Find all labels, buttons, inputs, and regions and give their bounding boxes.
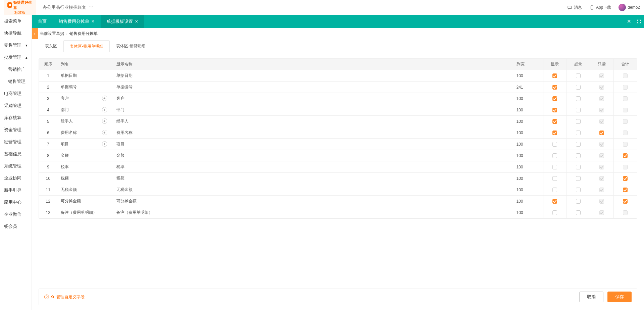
- checkbox-readonly: [599, 119, 604, 124]
- subtab-0[interactable]: 表头区: [39, 40, 63, 52]
- checkbox-show[interactable]: [552, 131, 557, 135]
- subtab-1[interactable]: 表体区-费用单明细: [63, 40, 110, 52]
- cell-width[interactable]: 100: [513, 173, 543, 184]
- cell-display-name[interactable]: 经手人: [113, 116, 513, 127]
- checkbox-show[interactable]: [552, 165, 557, 169]
- checkbox-sum[interactable]: [623, 199, 628, 204]
- cell-width[interactable]: 100: [513, 161, 543, 173]
- sidebar-item-7[interactable]: 采购管理: [0, 100, 32, 112]
- checkbox-required[interactable]: [576, 131, 581, 135]
- sidebar-item-2[interactable]: 零售管理▾: [0, 39, 32, 51]
- add-column-button[interactable]: +: [102, 107, 107, 112]
- app-download-button[interactable]: App下载: [589, 5, 611, 10]
- add-column-button[interactable]: +: [102, 141, 107, 147]
- cell-display-name[interactable]: 费用名称: [113, 127, 513, 139]
- checkbox-show[interactable]: [552, 210, 557, 215]
- cell-display-name[interactable]: 客户: [113, 93, 513, 104]
- sidebar-item-16[interactable]: 企业微信: [0, 208, 32, 220]
- save-button[interactable]: 保存: [607, 292, 632, 302]
- cell-width[interactable]: 100: [513, 139, 543, 150]
- add-column-button[interactable]: +: [102, 96, 107, 101]
- sidebar-item-0[interactable]: 搜索菜单: [0, 15, 32, 27]
- collapse-toggle[interactable]: ›: [32, 28, 38, 39]
- user-menu[interactable]: demo2: [619, 4, 640, 11]
- fullscreen-button[interactable]: [634, 15, 644, 28]
- close-icon[interactable]: ✕: [135, 19, 138, 24]
- checkbox-required[interactable]: [576, 142, 581, 147]
- cell-display-name[interactable]: 部门: [113, 104, 513, 116]
- sidebar-item-4[interactable]: 营销推广: [0, 63, 32, 75]
- tab-2[interactable]: 单据模板设置✕: [101, 15, 144, 28]
- close-all-tabs-button[interactable]: ✕: [624, 15, 634, 28]
- sidebar-item-5[interactable]: 销售管理: [0, 75, 32, 88]
- checkbox-sum[interactable]: [623, 188, 628, 192]
- cell-width[interactable]: 100: [513, 93, 543, 104]
- checkbox-show[interactable]: [552, 199, 557, 204]
- checkbox-show[interactable]: [552, 85, 557, 90]
- checkbox-sum[interactable]: [623, 153, 628, 158]
- checkbox-show[interactable]: [552, 73, 557, 78]
- custom-fields-link[interactable]: 管理自定义字段: [56, 294, 85, 300]
- checkbox-required[interactable]: [576, 188, 581, 192]
- close-icon[interactable]: ✕: [91, 19, 95, 24]
- cell-display-name[interactable]: 可分摊金额: [113, 196, 513, 207]
- cell-display-name[interactable]: 无税金额: [113, 184, 513, 196]
- checkbox-readonly[interactable]: [599, 131, 604, 135]
- cell-width[interactable]: 100: [513, 207, 543, 218]
- cell-width[interactable]: 100: [513, 104, 543, 116]
- checkbox-required[interactable]: [576, 176, 581, 181]
- sidebar-item-3[interactable]: 批发管理▴: [0, 51, 32, 63]
- checkbox-required[interactable]: [576, 165, 581, 169]
- company-selector[interactable]: 办公用品行业模拟账套 ﹀: [43, 4, 94, 10]
- cell-width[interactable]: 241: [513, 82, 543, 93]
- sidebar-item-14[interactable]: 新手引导: [0, 184, 32, 196]
- cell-display-name[interactable]: 单据编号: [113, 82, 513, 93]
- checkbox-required[interactable]: [576, 73, 581, 78]
- checkbox-required[interactable]: [576, 85, 581, 90]
- cell-display-name[interactable]: 金额: [113, 150, 513, 161]
- sidebar-item-12[interactable]: 系统管理: [0, 160, 32, 172]
- add-column-button[interactable]: +: [102, 130, 107, 135]
- checkbox-show[interactable]: [552, 119, 557, 124]
- subtab-2[interactable]: 表体区-销货明细: [110, 40, 152, 52]
- sidebar-item-17[interactable]: 畅会员: [0, 220, 32, 232]
- checkbox-required[interactable]: [576, 199, 581, 204]
- sidebar-item-1[interactable]: 快捷导航: [0, 27, 32, 39]
- checkbox-sum[interactable]: [623, 176, 628, 181]
- sidebar-item-6[interactable]: 电商管理: [0, 88, 32, 100]
- messages-button[interactable]: 消息: [567, 5, 582, 10]
- cell-display-name[interactable]: 项目: [113, 139, 513, 150]
- cell-display-name[interactable]: 备注（费用单明细）: [113, 207, 513, 218]
- cell-width[interactable]: 100: [513, 196, 543, 207]
- cell-display-name[interactable]: 单据日期: [113, 70, 513, 82]
- checkbox-show[interactable]: [552, 108, 557, 112]
- checkbox-required[interactable]: [576, 153, 581, 158]
- checkbox-required[interactable]: [576, 119, 581, 124]
- cell-width[interactable]: 100: [513, 116, 543, 127]
- sidebar-item-10[interactable]: 经营管理: [0, 136, 32, 148]
- cell-width[interactable]: 100: [513, 184, 543, 196]
- tab-0[interactable]: 首页: [32, 15, 53, 28]
- checkbox-required[interactable]: [576, 108, 581, 112]
- cancel-button[interactable]: 取消: [579, 292, 603, 302]
- sidebar-item-15[interactable]: 应用中心: [0, 196, 32, 208]
- cell-width[interactable]: 100: [513, 70, 543, 82]
- checkbox-required[interactable]: [576, 210, 581, 215]
- cell-width[interactable]: 100: [513, 150, 543, 161]
- checkbox-show[interactable]: [552, 96, 557, 101]
- checkbox-show[interactable]: [552, 142, 557, 147]
- sidebar-item-9[interactable]: 资金管理: [0, 124, 32, 136]
- checkbox-show[interactable]: [552, 176, 557, 181]
- sidebar-item-13[interactable]: 企业协同: [0, 172, 32, 184]
- cell-width[interactable]: 100: [513, 127, 543, 139]
- tab-1[interactable]: 销售费用分摊单✕: [53, 15, 101, 28]
- help-icon[interactable]: ?: [44, 295, 49, 299]
- add-column-button[interactable]: +: [102, 118, 107, 124]
- sidebar-item-8[interactable]: 库存核算: [0, 112, 32, 124]
- checkbox-show[interactable]: [552, 153, 557, 158]
- cell-display-name[interactable]: 税额: [113, 173, 513, 184]
- sidebar-item-11[interactable]: 基础信息: [0, 148, 32, 160]
- checkbox-required[interactable]: [576, 96, 581, 101]
- checkbox-show[interactable]: [552, 188, 557, 192]
- cell-display-name[interactable]: 税率: [113, 161, 513, 173]
